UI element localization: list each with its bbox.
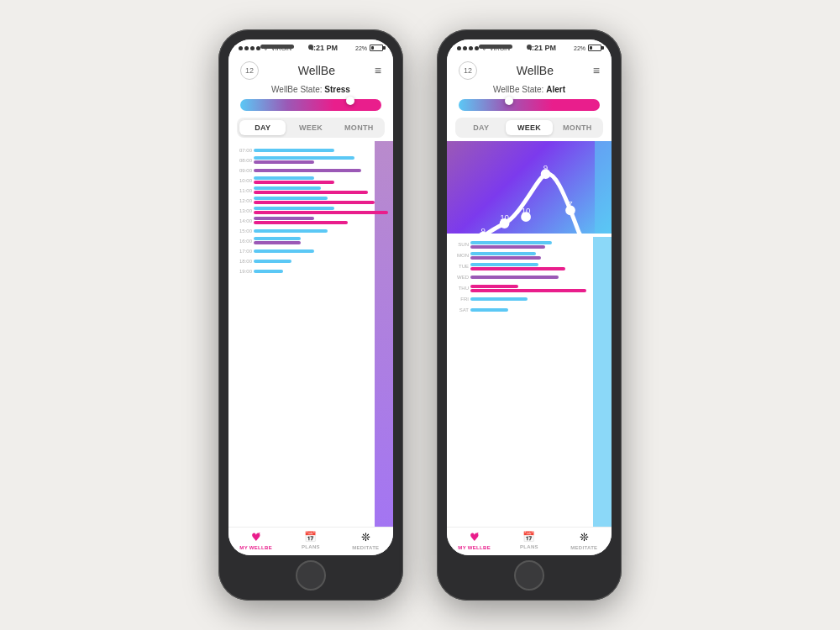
state-label-2: WellBe State: Alert bbox=[447, 85, 612, 94]
purple-bar-1400 bbox=[254, 217, 314, 220]
badge-2[interactable]: 12 bbox=[459, 61, 477, 80]
wed-purple bbox=[470, 276, 559, 279]
tue-pink bbox=[470, 267, 565, 270]
week-row-sun: SUN bbox=[470, 239, 606, 249]
time-label-1800: 18:00 bbox=[230, 259, 252, 264]
plans-icon-2: 📅 bbox=[522, 531, 535, 543]
bar-tracks-1500 bbox=[254, 229, 388, 233]
cyan-bar-0700 bbox=[254, 149, 334, 152]
day-label-sat: SAT bbox=[449, 307, 469, 312]
time-label-1000: 10:00 bbox=[230, 178, 252, 183]
tab-week-2[interactable]: WEEK bbox=[506, 120, 552, 135]
battery-icon-2 bbox=[588, 45, 601, 51]
phone-screen-1: ∿ VIRGIN 4:21 PM 22% 12 WellBe ≡ WellBe … bbox=[228, 39, 393, 555]
home-button-2[interactable] bbox=[514, 560, 544, 591]
time-label-1100: 11:00 bbox=[230, 188, 252, 193]
tab-month-2[interactable]: MONTH bbox=[554, 120, 601, 135]
nav-item-plans-2[interactable]: 📅 PLANS bbox=[501, 531, 556, 550]
week-row-thu: THU bbox=[470, 283, 606, 293]
day-label-tue: TUE bbox=[449, 264, 469, 269]
day-content-1: 07:00 08:00 09:00 10:00 bbox=[228, 141, 393, 527]
day-label-mon: MON bbox=[449, 253, 469, 258]
pink-bar-1000 bbox=[254, 181, 334, 184]
week-tracks-sat bbox=[470, 308, 606, 312]
chart-right-accent bbox=[595, 141, 612, 234]
tab-week-1[interactable]: WEEK bbox=[287, 120, 333, 135]
purple-bar-0900 bbox=[254, 169, 361, 172]
wellbe-label-1: MY WELLBE bbox=[239, 545, 272, 550]
day-label-sun: SUN bbox=[449, 242, 469, 247]
sun-cyan bbox=[470, 241, 552, 244]
battery-fill-2 bbox=[590, 46, 592, 50]
pink-bar-1400 bbox=[254, 221, 348, 224]
time-label-1200: 12:00 bbox=[230, 198, 252, 203]
nav-item-plans-1[interactable]: 📅 PLANS bbox=[283, 531, 338, 550]
tab-day-2[interactable]: DAY bbox=[458, 120, 504, 135]
menu-icon-1[interactable]: ≡ bbox=[375, 64, 381, 77]
pink-bar-1100 bbox=[254, 191, 368, 194]
mon-purple bbox=[470, 256, 541, 260]
signal-dot-2-1 bbox=[457, 46, 461, 50]
bar-row-1400: 14:00 bbox=[254, 216, 388, 225]
meditate-label-2: MEDITATE bbox=[570, 545, 597, 550]
home-button-1[interactable] bbox=[296, 560, 326, 591]
clock-1: 4:21 PM bbox=[309, 44, 338, 52]
time-label-1300: 13:00 bbox=[230, 208, 252, 213]
wellbe-icon-1: ♥́ bbox=[251, 531, 261, 543]
meditate-label-1: MEDITATE bbox=[352, 545, 379, 550]
tab-day-1[interactable]: DAY bbox=[239, 120, 286, 135]
day-label-fri: FRI bbox=[449, 297, 469, 302]
purple-bar-0800 bbox=[254, 160, 314, 164]
bar-row-1000: 10:00 bbox=[254, 176, 388, 185]
nav-item-wellbe-2[interactable]: ♥́ MY WELLBE bbox=[447, 531, 501, 550]
chart-label-peak: 9 bbox=[543, 163, 548, 172]
time-label-1400: 14:00 bbox=[230, 218, 252, 223]
app-title-1: WellBe bbox=[298, 64, 335, 77]
week-tracks-mon bbox=[470, 252, 606, 260]
bottom-nav-1: ♥́ MY WELLBE 📅 PLANS ❊ MEDITATE bbox=[228, 527, 393, 555]
bar-tracks-1000 bbox=[254, 176, 388, 184]
week-tracks-sun bbox=[470, 241, 606, 249]
week-tracks-tue bbox=[470, 263, 606, 270]
bar-tracks-1700 bbox=[254, 249, 388, 253]
badge-1[interactable]: 12 bbox=[240, 61, 259, 80]
tab-bar-1: DAY WEEK MONTH bbox=[237, 118, 385, 138]
bar-tracks-1400 bbox=[254, 217, 388, 224]
meditate-icon-1: ❊ bbox=[361, 531, 370, 543]
cyan-bar-1800 bbox=[254, 260, 291, 263]
thu-pink bbox=[470, 289, 586, 292]
bar-tracks-1900 bbox=[254, 270, 388, 273]
bar-row-1700: 17:00 bbox=[254, 246, 388, 255]
battery-icon-1 bbox=[370, 45, 383, 51]
wellbe-icon-2: ♥́ bbox=[470, 531, 480, 543]
week-row-tue: TUE bbox=[470, 261, 606, 271]
week-tracks-fri bbox=[470, 297, 606, 301]
purple-bar-1600 bbox=[254, 241, 301, 244]
nav-item-meditate-2[interactable]: ❊ MEDITATE bbox=[557, 531, 612, 550]
chart-path bbox=[464, 174, 604, 234]
nav-item-meditate-1[interactable]: ❊ MEDITATE bbox=[339, 531, 393, 550]
time-label-0900: 09:00 bbox=[230, 168, 252, 173]
cyan-bar-1600 bbox=[254, 237, 301, 240]
nav-item-wellbe-1[interactable]: ♥́ MY WELLBE bbox=[228, 531, 283, 550]
tab-month-1[interactable]: MONTH bbox=[336, 120, 382, 135]
week-chart-2: 9 9 10 10 9 7 5 bbox=[447, 141, 612, 234]
bar-tracks-0800 bbox=[254, 156, 388, 164]
week-row-wed: WED bbox=[470, 272, 606, 282]
phone-screen-2: ∿ VIRGIN 4:21 PM 22% 12 WellBe ≡ WellBe … bbox=[447, 39, 612, 555]
signal-dot-2-3 bbox=[469, 46, 473, 50]
state-label-1: WellBe State: Stress bbox=[228, 85, 393, 94]
plans-label-1: PLANS bbox=[302, 544, 320, 549]
cyan-bar-1700 bbox=[254, 249, 314, 253]
bar-tracks-0700 bbox=[254, 149, 388, 152]
menu-icon-2[interactable]: ≡ bbox=[593, 64, 600, 77]
chart-label-4: 10 bbox=[522, 206, 531, 215]
phone-1: ∿ VIRGIN 4:21 PM 22% 12 WellBe ≡ WellBe … bbox=[218, 29, 403, 601]
week-row-sat: SAT bbox=[470, 305, 606, 315]
pink-bar-1200 bbox=[254, 201, 375, 204]
speaker-2 bbox=[479, 45, 512, 49]
time-label-1700: 17:00 bbox=[230, 249, 252, 254]
bar-row-1100: 11:00 bbox=[254, 186, 388, 195]
signal-dot-2-2 bbox=[463, 46, 467, 50]
bar-tracks-1600 bbox=[254, 237, 388, 244]
